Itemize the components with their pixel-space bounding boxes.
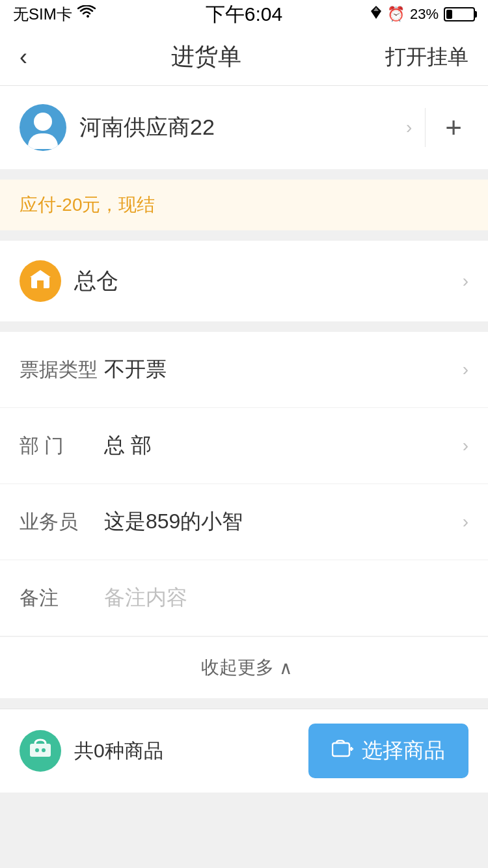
warehouse-chevron-icon: › [463,271,468,292]
notice-banner: 应付-20元，现结 [0,180,488,230]
svg-point-6 [42,748,46,752]
department-value: 总 部 [104,431,456,460]
alarm-icon: ⏰ [387,6,405,23]
department-row[interactable]: 部 门 总 部 › [0,408,488,484]
salesperson-value: 这是859的小智 [104,508,456,536]
remark-label: 备注 [20,585,104,612]
wifi-icon [77,5,96,23]
svg-rect-3 [37,280,44,288]
warehouse-row[interactable]: 总仓 › [0,241,488,321]
add-supplier-button[interactable]: + [439,111,468,144]
avatar-head [34,113,52,131]
page-background [0,793,488,868]
invoice-type-label: 票据类型 [20,357,104,383]
select-product-button[interactable]: 选择商品 [308,724,468,778]
salesperson-row[interactable]: 业务员 这是859的小智 › [0,484,488,560]
svg-rect-4 [30,744,51,757]
avatar-body [28,133,58,149]
bottom-bar: 共0种商品 选择商品 [0,709,488,793]
open-pending-button[interactable]: 打开挂单 [385,43,468,72]
status-time: 下午6:04 [206,1,282,28]
collapse-label: 收起更多 [201,655,274,680]
battery-label: 23% [410,6,439,23]
product-icon-wrap [20,730,61,772]
status-right: ⏰ 23% [370,6,475,23]
warehouse-icon [29,269,51,293]
supplier-chevron-icon: › [406,117,412,138]
svg-point-5 [35,748,39,752]
avatar-figure [20,104,66,151]
avatar [20,104,66,151]
select-product-label: 选择商品 [362,737,445,765]
invoice-type-chevron-icon: › [463,359,468,380]
invoice-type-row[interactable]: 票据类型 不开票 › [0,332,488,408]
content-area: 河南供应商22 › + 应付-20元，现结 总仓 › [0,86,488,868]
product-icon [29,739,52,763]
notice-text: 应付-20元，现结 [20,195,155,215]
back-button[interactable]: ‹ [20,44,27,71]
divider [425,108,426,147]
carrier-label: 无SIM卡 [13,4,72,25]
select-product-icon [332,739,354,763]
department-label: 部 门 [20,433,104,459]
invoice-type-value: 不开票 [104,355,456,384]
supplier-section: 河南供应商22 › + [0,86,488,169]
status-left: 无SIM卡 [13,4,96,25]
collapse-button[interactable]: 收起更多 ∧ [0,636,488,698]
department-chevron-icon: › [463,435,468,456]
warehouse-name: 总仓 [74,266,456,296]
supplier-name: 河南供应商22 [79,113,400,142]
salesperson-chevron-icon: › [463,511,468,532]
nav-bar: ‹ 进货单 打开挂单 [0,29,488,86]
status-bar: 无SIM卡 下午6:04 ⏰ 23% [0,0,488,29]
svg-marker-2 [30,270,51,277]
salesperson-label: 业务员 [20,509,104,536]
warehouse-section: 总仓 › [0,241,488,321]
product-count: 共0种商品 [74,738,308,765]
location-icon [370,6,382,23]
collapse-icon: ∧ [279,657,293,679]
remark-input[interactable]: 备注内容 [104,584,468,612]
form-section: 票据类型 不开票 › 部 门 总 部 › 业务员 这是859的小智 › 备注 备… [0,332,488,698]
remark-row[interactable]: 备注 备注内容 [0,560,488,636]
battery-icon [444,7,475,21]
svg-rect-7 [332,743,349,756]
page-title: 进货单 [171,41,241,73]
warehouse-icon-wrap [20,260,61,302]
supplier-row[interactable]: 河南供应商22 › + [0,86,488,169]
